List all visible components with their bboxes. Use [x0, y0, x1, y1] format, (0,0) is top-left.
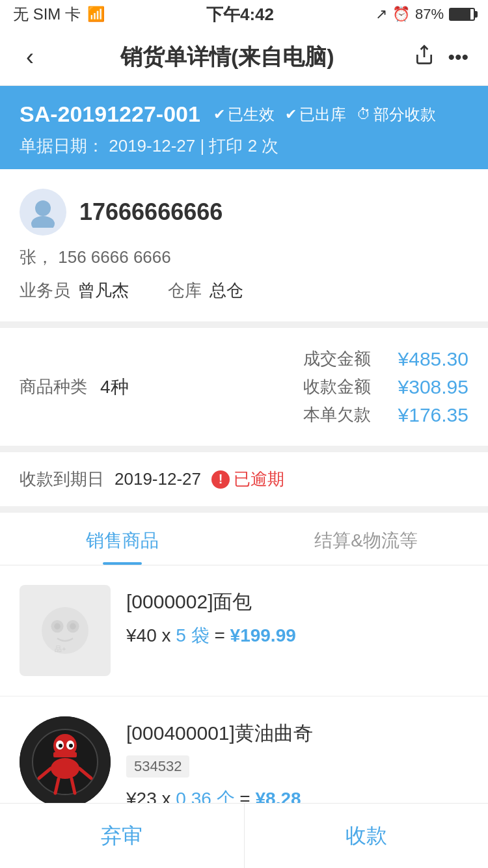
deal-amount-row: 成交金额 ¥485.30: [303, 347, 468, 370]
badge-shipped: ✔ 已出库: [285, 104, 346, 125]
warehouse-item: 仓库 总仓: [168, 279, 243, 302]
customer-phone: 17666666666: [79, 198, 223, 226]
warehouse-label: 仓库: [168, 279, 202, 302]
order-header: SA-20191227-001 ✔ 已生效 ✔ 已出库 ⏱ 部分收款 单据日期：…: [0, 86, 488, 169]
bread-qty: 5: [176, 625, 186, 645]
bread-total: ¥199.99: [230, 625, 296, 645]
owed-label: 本单欠款: [303, 403, 371, 426]
nav-bar: ‹ 销货单详情(来自电脑) •••: [0, 29, 488, 86]
check-icon-2: ✔: [285, 106, 297, 123]
deal-amount-label: 成交金额: [303, 347, 371, 370]
salesperson-label: 业务员: [20, 279, 70, 302]
bread-x: x: [162, 625, 176, 645]
warehouse-value: 总仓: [210, 279, 243, 302]
products-section: 品+ [0000002]面包 ¥40 x 5 袋 = ¥199.99: [0, 565, 488, 831]
salesperson-value: 曾凡杰: [78, 279, 129, 302]
tab-sales-products[interactable]: 销售商品: [0, 513, 244, 565]
owed-value: ¥176.35: [384, 404, 468, 426]
cancel-button[interactable]: 弃审: [0, 804, 245, 868]
overdue-badge: ! 已逾期: [211, 468, 284, 491]
svg-point-13: [51, 758, 79, 779]
tab-settlement-label: 结算&物流等: [314, 530, 418, 550]
summary-left: 商品种类 4种: [20, 347, 129, 426]
owed-amount-row: 本单欠款 ¥176.35: [303, 403, 468, 426]
product-price-bread: ¥40 x 5 袋 = ¥199.99: [126, 623, 468, 648]
alarm-icon: ⏰: [392, 6, 410, 23]
more-button[interactable]: •••: [448, 46, 468, 68]
svg-text:品+: 品+: [55, 645, 66, 653]
customer-info: 张， 156 6666 6666: [20, 246, 468, 269]
badge-activated: ✔ 已生效: [213, 104, 275, 125]
summary-right: 成交金额 ¥485.30 收款金额 ¥308.95 本单欠款 ¥176.35: [303, 347, 468, 426]
product-sku-cookie: 534532: [126, 755, 189, 778]
customer-contact-phone: 156 6666 6666: [58, 247, 171, 267]
check-icon-1: ✔: [213, 106, 225, 123]
types-value: 4种: [100, 375, 129, 400]
salesperson-item: 业务员 曾凡杰: [20, 279, 129, 302]
product-item: 品+ [0000002]面包 ¥40 x 5 袋 = ¥199.99: [0, 565, 488, 696]
tab-settlement[interactable]: 结算&物流等: [244, 513, 488, 565]
date-label: 单据日期：: [20, 136, 104, 156]
summary-section: 商品种类 4种 成交金额 ¥485.30 收款金额 ¥308.95 本单欠款 ¥…: [0, 328, 488, 452]
overdue-icon: !: [211, 470, 230, 489]
bottom-bar: 弃审 收款: [0, 803, 488, 868]
deal-amount-value: ¥485.30: [384, 348, 468, 370]
nav-actions: •••: [414, 44, 468, 70]
order-date-value: 2019-12-27: [109, 136, 195, 156]
types-label: 商品种类: [20, 375, 87, 398]
order-date: 单据日期： 2019-12-27 | 打印 2 次: [20, 135, 468, 157]
due-date-label: 收款到期日: [20, 468, 104, 491]
badge-shipped-label: 已出库: [299, 104, 346, 125]
bread-unit: 袋: [191, 625, 210, 645]
page-title: 销货单详情(来自电脑): [120, 42, 334, 72]
received-amount-row: 收款金额 ¥308.95: [303, 375, 468, 398]
avatar: [20, 189, 66, 236]
location-icon: ↗: [375, 6, 387, 23]
customer-top: 17666666666: [20, 189, 468, 236]
svg-point-21: [69, 744, 73, 748]
status-badges: ✔ 已生效 ✔ 已出库 ⏱ 部分收款: [213, 104, 436, 125]
received-value: ¥308.95: [384, 376, 468, 398]
customer-section: 17666666666 张， 156 6666 6666 业务员 曾凡杰 仓库 …: [0, 169, 488, 328]
order-header-top: SA-20191227-001 ✔ 已生效 ✔ 已出库 ⏱ 部分收款: [20, 102, 468, 127]
time-label: 下午4:42: [206, 3, 274, 26]
confirm-button[interactable]: 收款: [245, 804, 489, 868]
product-name-bread: [0000002]面包: [126, 589, 468, 616]
customer-meta: 业务员 曾凡杰 仓库 总仓: [20, 279, 468, 302]
battery-label: 87%: [415, 6, 444, 23]
due-date-section: 收款到期日 2019-12-27 ! 已逾期: [0, 452, 488, 513]
overdue-text: 已逾期: [234, 468, 284, 491]
badge-partial-label: 部分收款: [373, 104, 436, 125]
status-left: 无 SIM 卡 📶: [13, 4, 105, 25]
product-name-cookie: [000400001]黄油曲奇: [126, 720, 468, 747]
svg-rect-12: [53, 752, 77, 757]
bread-eq: =: [214, 625, 230, 645]
svg-point-7: [70, 623, 76, 630]
product-info-cookie: [000400001]黄油曲奇 534532 ¥23 x 0.36 个 = ¥8…: [126, 716, 468, 811]
due-date-value: 2019-12-27: [115, 469, 201, 489]
tabs-section: 销售商品 结算&物流等: [0, 513, 488, 565]
svg-point-6: [54, 623, 61, 630]
customer-name-label: 张，: [20, 247, 53, 267]
back-button[interactable]: ‹: [20, 37, 40, 77]
order-id: SA-20191227-001: [20, 102, 200, 127]
badge-partial: ⏱ 部分收款: [357, 104, 436, 125]
status-right: ↗ ⏰ 87%: [375, 6, 475, 23]
share-button[interactable]: [414, 44, 435, 70]
status-bar: 无 SIM 卡 📶 下午4:42 ↗ ⏰ 87%: [0, 0, 488, 29]
svg-point-2: [31, 216, 55, 228]
print-info: | 打印 2 次: [200, 136, 278, 156]
product-image-bread: 品+: [20, 585, 111, 676]
bread-price: ¥40: [126, 625, 157, 645]
badge-activated-label: 已生效: [228, 104, 275, 125]
tab-sales-label: 销售商品: [86, 530, 159, 550]
product-image-cookie: [20, 716, 111, 807]
carrier-label: 无 SIM 卡: [13, 4, 81, 25]
received-label: 收款金额: [303, 375, 371, 398]
product-info-bread: [0000002]面包 ¥40 x 5 袋 = ¥199.99: [126, 585, 468, 648]
battery-icon: [449, 8, 475, 21]
clock-icon: ⏱: [357, 106, 371, 123]
svg-point-1: [35, 200, 51, 216]
svg-point-20: [59, 744, 62, 748]
wifi-icon: 📶: [87, 6, 105, 23]
